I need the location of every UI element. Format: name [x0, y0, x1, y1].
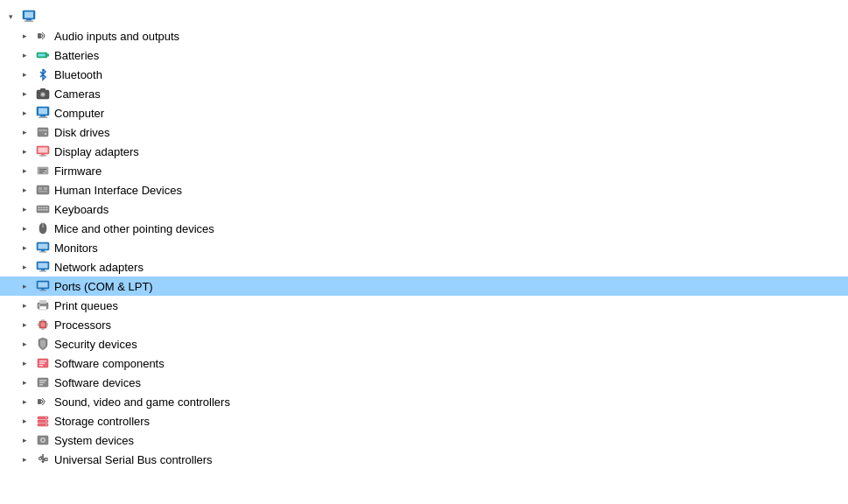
tree-item-hid[interactable]: Human Interface Devices: [0, 180, 848, 200]
disk-icon: [35, 124, 51, 140]
svg-rect-49: [39, 271, 46, 272]
expander-usb[interactable]: [18, 452, 32, 466]
expander-audio[interactable]: [18, 29, 32, 43]
svg-rect-22: [39, 156, 46, 157]
tree-item-softwaredevices[interactable]: Software devices: [0, 373, 848, 392]
item-label-softwarecomponents: Software components: [54, 357, 165, 370]
svg-rect-2: [26, 19, 32, 21]
expander-securitydevices[interactable]: [18, 337, 32, 351]
expander-processors[interactable]: [18, 318, 32, 332]
expander-printqueues[interactable]: [18, 298, 32, 312]
svg-rect-27: [37, 186, 49, 194]
expander-sound[interactable]: [18, 395, 32, 409]
expander-displayadapters[interactable]: [18, 144, 32, 158]
keyboard-icon: [35, 201, 51, 217]
item-label-printqueues: Print queues: [54, 299, 118, 312]
svg-point-89: [39, 458, 42, 460]
svg-rect-29: [44, 187, 47, 190]
tree-item-audio[interactable]: Audio inputs and outputs: [0, 26, 848, 46]
root-node[interactable]: [0, 7, 848, 26]
svg-rect-69: [39, 360, 46, 362]
expander-softwarecomponents[interactable]: [18, 356, 32, 370]
expander-firmware[interactable]: [18, 164, 32, 178]
tree-item-cameras[interactable]: Cameras: [0, 84, 848, 103]
svg-rect-57: [39, 304, 40, 306]
svg-rect-44: [41, 250, 45, 252]
item-label-bluetooth: Bluetooth: [54, 68, 102, 81]
item-label-batteries: Batteries: [54, 49, 99, 62]
tree-item-storage[interactable]: Storage controllers: [0, 411, 848, 430]
expander-cameras[interactable]: [18, 87, 32, 101]
svg-point-81: [46, 421, 47, 423]
svg-rect-34: [44, 207, 46, 209]
tree-item-diskdrives[interactable]: Disk drives: [0, 122, 848, 142]
tree-item-softwarecomponents[interactable]: Software components: [0, 354, 848, 373]
item-label-storage: Storage controllers: [54, 415, 150, 428]
svg-rect-3: [25, 21, 33, 22]
svg-rect-48: [41, 270, 45, 271]
tree-item-ports[interactable]: Ports (COM & LPT): [0, 276, 848, 296]
firmware-icon: [35, 163, 51, 178]
expander-bluetooth[interactable]: [18, 67, 32, 81]
device-manager-tree: Audio inputs and outputsBatteriesBluetoo…: [0, 0, 848, 476]
expander-softwaredevices[interactable]: [18, 375, 32, 389]
tree-item-firmware[interactable]: Firmware: [0, 161, 848, 180]
svg-rect-28: [39, 187, 42, 190]
expander-networkadapters[interactable]: [18, 260, 32, 274]
item-label-ports: Ports (COM & LPT): [54, 280, 153, 293]
tree-item-systemdevices[interactable]: System devices: [0, 430, 848, 450]
display-icon: [35, 144, 51, 159]
svg-rect-20: [39, 148, 48, 153]
item-label-usb: Universal Serial Bus controllers: [54, 453, 213, 466]
expander-keyboards[interactable]: [18, 202, 32, 216]
item-label-hid: Human Interface Devices: [54, 184, 182, 197]
expander-hid[interactable]: [18, 183, 32, 197]
item-label-diskdrives: Disk drives: [54, 126, 110, 139]
tree-item-networkadapters[interactable]: Network adapters: [0, 257, 848, 276]
svg-rect-76: [38, 399, 41, 404]
svg-rect-24: [39, 169, 46, 170]
item-label-monitors: Monitors: [54, 242, 98, 255]
tree-item-keyboards[interactable]: Keyboards: [0, 200, 848, 219]
tree-item-printqueues[interactable]: Print queues: [0, 296, 848, 315]
expander-mice[interactable]: [18, 221, 32, 235]
svg-rect-56: [39, 306, 46, 310]
svg-rect-13: [39, 108, 47, 115]
expander-batteries[interactable]: [18, 48, 32, 62]
svg-rect-37: [41, 209, 43, 211]
expander-diskdrives[interactable]: [18, 125, 32, 139]
svg-rect-1: [25, 12, 33, 18]
svg-rect-15: [39, 117, 47, 118]
tree-item-batteries[interactable]: Batteries: [0, 46, 848, 65]
tree-item-bluetooth[interactable]: Bluetooth: [0, 65, 848, 84]
expander-computer[interactable]: [18, 106, 32, 120]
tree-item-securitydevices[interactable]: Security devices: [0, 334, 848, 354]
processor-icon: [35, 317, 51, 332]
tree-item-computer[interactable]: Computer: [0, 103, 848, 122]
tree-item-usb[interactable]: Universal Serial Bus controllers: [0, 450, 848, 469]
expander-ports[interactable]: [18, 279, 32, 293]
item-label-displayadapters: Display adapters: [54, 145, 139, 158]
storage-icon: [35, 413, 51, 429]
svg-rect-21: [41, 154, 45, 156]
svg-rect-4: [38, 33, 41, 38]
tree-item-mice[interactable]: Mice and other pointing devices: [0, 219, 848, 238]
svg-rect-51: [39, 283, 48, 288]
ports-icon: [35, 278, 51, 294]
svg-rect-25: [39, 171, 45, 172]
softcomp-icon: [35, 355, 51, 371]
root-expander[interactable]: [4, 10, 18, 24]
tree-item-sound[interactable]: Sound, video and game controllers: [0, 392, 848, 411]
item-label-systemdevices: System devices: [54, 434, 134, 447]
tree-item-processors[interactable]: Processors: [0, 315, 848, 334]
svg-rect-16: [38, 128, 48, 136]
computer-icon: [35, 105, 51, 121]
tree-item-displayadapters[interactable]: Display adapters: [0, 142, 848, 161]
item-label-softwaredevices: Software devices: [54, 376, 141, 389]
expander-monitors[interactable]: [18, 241, 32, 255]
expander-storage[interactable]: [18, 414, 32, 428]
expander-systemdevices[interactable]: [18, 433, 32, 447]
item-label-keyboards: Keyboards: [54, 203, 109, 216]
item-label-firmware: Firmware: [54, 164, 102, 178]
tree-item-monitors[interactable]: Monitors: [0, 238, 848, 257]
